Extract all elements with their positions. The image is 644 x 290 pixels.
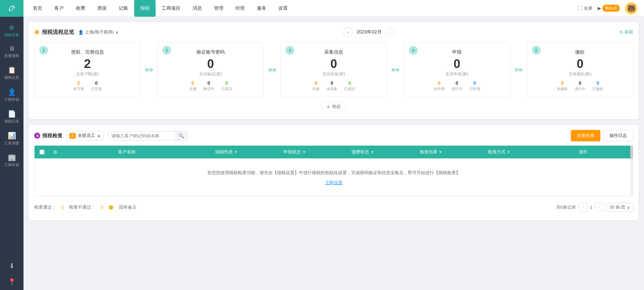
vip-button[interactable]: ▶ 畅会员 <box>598 5 620 12</box>
sidebar-item-location[interactable]: 📍 <box>0 274 23 290</box>
setup-link[interactable]: 立即设置 <box>325 180 342 186</box>
th-settings[interactable]: ⚙ <box>49 146 61 158</box>
step-3-stat-2-label: 已成功 <box>344 86 355 91</box>
step-2-stat-1: 0 验证中 <box>203 80 214 91</box>
nav-item-client[interactable]: 客户 <box>48 0 70 17</box>
layout: ⚙ 报税设置 🖥 批量报税 📋 报税总览 👤 个税申报 📄 报税记录 📊 汇算清… <box>0 17 644 290</box>
step-3-stat-2: 0 已成功 <box>344 80 355 91</box>
nav-item-fee[interactable]: 收费 <box>70 0 91 17</box>
th-client-name-text: 客户名称 <box>118 149 136 155</box>
collapse-button[interactable]: ∧ 收起 <box>321 102 346 111</box>
prev-month-button[interactable]: ‹ <box>343 27 353 37</box>
page-size-selector[interactable]: 30 条/页 ∨ <box>606 203 633 212</box>
fullscreen-button[interactable]: ⛶ 全屏 <box>578 5 592 11</box>
check-header: ⊙ 报税检查 员 全部员工 ∨ 🔍 批量检查 操作日志 <box>34 130 633 141</box>
nav-item-operation[interactable]: 经营 <box>229 0 251 17</box>
nav-item-settings[interactable]: 设置 <box>272 0 294 17</box>
step-2-subtitle: 支持验证(家) <box>163 71 258 77</box>
th-checkbox[interactable] <box>35 146 49 158</box>
th-tax-nature[interactable]: 纳税性质 ▼ <box>193 146 261 158</box>
location-tag[interactable]: 👤 上海(电子税局) ∨ <box>78 29 119 35</box>
sidebar-item-personal-tax[interactable]: 👤 个税申报 <box>0 84 23 106</box>
th-check-result[interactable]: 检查结果 ▼ <box>397 146 465 158</box>
tax-overview-icon: 📋 <box>8 66 16 74</box>
sidebar-item-settlement[interactable]: 📊 汇算清缴 <box>0 128 23 149</box>
th-check-method-text: 检查方式 <box>488 149 505 155</box>
operation-log-button[interactable]: 操作日志 <box>603 130 633 141</box>
nav-item-message[interactable]: 消息 <box>186 0 208 17</box>
page-size-chevron-icon: ∨ <box>627 205 630 210</box>
step-1-stats: 2 未完善 0 已完善 <box>40 80 135 91</box>
nav-item-service[interactable]: 服务 <box>251 0 272 17</box>
step-5-stat-1-num: 0 <box>579 80 582 86</box>
scrollbar[interactable] <box>630 146 633 196</box>
header-checkbox[interactable] <box>40 150 44 154</box>
footer-right: 共0条记录 ‹ 1 › 30 条/页 ∨ <box>556 203 633 212</box>
step-1-stat-0-label: 未完善 <box>73 86 84 91</box>
fail-label: 检查不通过： <box>69 204 95 210</box>
sidebar-item-download[interactable]: ⬇ <box>0 258 23 274</box>
step-1-title: 授权、完善信息 <box>40 49 135 55</box>
nav-item-invoice[interactable]: 票据 <box>91 0 113 17</box>
main-content: ⊕ 报税流程总览 👤 上海(电子税局) ∨ ‹ 2023年02月 › ↻ 刷新 <box>23 17 644 290</box>
nav-item-bookkeeping[interactable]: 记账 <box>113 0 134 17</box>
step-5-stat-0: 0 未缴款 <box>557 80 568 91</box>
scrollbar-thumb[interactable] <box>630 146 633 159</box>
search-input[interactable] <box>108 132 175 140</box>
th-payment-status[interactable]: 缴费状态 ▼ <box>329 146 397 158</box>
sidebar-item-tax-overview[interactable]: 📋 报税总览 <box>0 62 23 84</box>
sidebar-item-tax-record[interactable]: 📄 报税记录 <box>0 106 23 128</box>
nav-item-business[interactable]: 工商项目 <box>156 0 186 17</box>
next-page-button[interactable]: › <box>595 203 604 212</box>
step-5-stat-1: 0 进行中 <box>575 80 586 91</box>
step-5-count: 0 <box>533 58 628 70</box>
month-text: 2023年02月 <box>357 29 382 35</box>
step-1-count: 2 <box>40 58 135 70</box>
empty-text-content: 若您想使用报税检查功能，请先在【报税设置】中进行报税的初始化设置，完成密码验证和… <box>207 170 460 175</box>
step-5-stat-2-label: 已缴款 <box>592 86 603 91</box>
table-header: ⚙ 客户名称 纳税性质 ▼ 申报状态 ▼ 缴费状态 ▼ <box>35 146 633 158</box>
step-2-count: 0 <box>163 58 258 70</box>
sidebar-item-annual-report[interactable]: 🏢 工商年报 <box>0 149 23 171</box>
sidebar-item-tax-settings[interactable]: ⚙ 报税设置 <box>0 20 23 41</box>
nav-item-manage[interactable]: 管理 <box>208 0 229 17</box>
nav-item-tax[interactable]: 报税 <box>134 0 156 17</box>
batch-check-button[interactable]: 批量检查 <box>571 130 600 141</box>
step-4-stat-0: 0 未申报 <box>434 80 445 91</box>
step-2-stat-0-label: 失败 <box>189 86 197 91</box>
collapse-icon: ∧ <box>327 104 330 109</box>
step-3-stats: 0 失败 0 未采集 0 已成功 <box>286 80 381 91</box>
annual-report-icon: 🏢 <box>8 153 16 161</box>
next-month-button[interactable]: › <box>386 27 395 37</box>
search-button[interactable]: 🔍 <box>175 132 187 140</box>
collapse-section: ∧ 收起 <box>34 102 633 111</box>
sidebar-label-settlement: 汇算清缴 <box>4 141 19 145</box>
table-footer: 检查通过： 0 检查不通过： 0 🙁 囧有备注 共0条记录 ‹ 1 › 30 条… <box>34 200 633 215</box>
fullscreen-label: 全屏 <box>584 5 592 11</box>
tax-settings-icon: ⚙ <box>9 24 14 31</box>
step-2-stat-2-num: 0 <box>225 80 228 86</box>
note-label: 囧有备注 <box>119 204 137 210</box>
step-4-title: 申报 <box>410 49 504 55</box>
tax-nature-filter-icon: ▼ <box>234 150 238 154</box>
check-method-filter-icon: ▼ <box>507 150 511 154</box>
nav-item-home[interactable]: 首页 <box>27 0 48 17</box>
avatar[interactable]: 🐻 <box>625 2 637 14</box>
step-5-stat-2-num: 0 <box>597 80 599 86</box>
staff-selector[interactable]: 员 全部员工 ∨ <box>66 131 104 140</box>
step-3-stat-1-label: 未采集 <box>326 86 337 91</box>
payment-filter-icon: ▼ <box>370 150 374 154</box>
fail-count[interactable]: 0 <box>101 205 103 210</box>
step-arrow-4: »» <box>510 42 527 97</box>
vip-play-icon: ▶ <box>598 6 601 11</box>
sidebar-item-batch-tax[interactable]: 🖥 批量报税 <box>0 41 23 62</box>
check-result-filter-icon: ▼ <box>439 150 442 154</box>
check-title-text: 报税检查 <box>42 133 62 139</box>
step-1-stat-1-num: 0 <box>95 80 98 86</box>
prev-page-button[interactable]: ‹ <box>579 203 587 212</box>
th-declare-status[interactable]: 申报状态 ▼ <box>261 146 329 158</box>
th-check-method[interactable]: 检查方式 ▼ <box>465 146 533 158</box>
step-1-stat-0-num: 2 <box>77 80 80 86</box>
refresh-button[interactable]: ↻ 刷新 <box>620 29 633 35</box>
pass-count[interactable]: 0 <box>61 205 64 210</box>
